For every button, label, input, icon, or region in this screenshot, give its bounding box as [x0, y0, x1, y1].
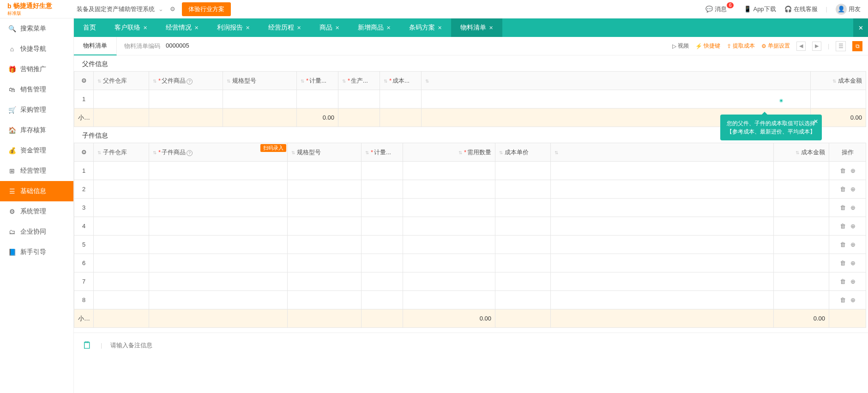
child-cell[interactable] — [403, 199, 495, 217]
delete-row-button[interactable]: 🗑 — [840, 223, 846, 230]
child-cell[interactable] — [403, 180, 495, 199]
child-cell[interactable] — [362, 162, 403, 180]
child-cell[interactable] — [362, 291, 403, 309]
sidebar-item-11[interactable]: 📘新手引导 — [0, 242, 73, 262]
tab-close-icon[interactable]: ✕ — [246, 25, 250, 31]
child-th-1[interactable]: ⇅子件仓库 — [94, 143, 149, 162]
child-cell[interactable] — [149, 291, 288, 309]
subtab-bom[interactable]: 物料清单 — [74, 37, 117, 55]
child-cell[interactable] — [551, 180, 774, 199]
sidebar-item-8[interactable]: ☰基础信息 — [0, 181, 73, 201]
sidebar-item-1[interactable]: ⌂快捷导航 — [0, 39, 73, 59]
child-th-5[interactable]: ⇅需用数量 — [403, 143, 495, 162]
child-cell[interactable] — [495, 236, 551, 254]
child-cell[interactable] — [149, 199, 288, 217]
tab-close-icon[interactable]: ✕ — [335, 25, 339, 31]
messages-link[interactable]: 💬 消息 6 — [705, 5, 736, 13]
child-cell[interactable] — [774, 272, 829, 291]
parent-cell[interactable] — [149, 90, 223, 109]
child-cell[interactable] — [551, 254, 774, 272]
child-cell[interactable] — [403, 254, 495, 272]
list-view-button[interactable]: ☰ — [836, 41, 846, 51]
tab-close-icon[interactable]: ✕ — [489, 25, 493, 31]
scan-entry-badge[interactable]: 扫码录入 — [260, 144, 286, 152]
child-cell[interactable] — [495, 162, 551, 180]
parent-th-7[interactable]: ⇅ — [422, 72, 811, 90]
child-cell[interactable] — [288, 291, 362, 309]
sidebar-item-2[interactable]: 🎁营销推广 — [0, 59, 73, 79]
child-th-2[interactable]: ⇅子件商品?扫码录入 — [149, 143, 288, 162]
sidebar-item-9[interactable]: ⚙系统管理 — [0, 201, 73, 222]
delete-row-button[interactable]: 🗑 — [840, 204, 846, 211]
child-row[interactable]: 4🗑⊕ — [74, 217, 866, 236]
child-cell[interactable] — [551, 199, 774, 217]
parent-cell[interactable] — [811, 90, 866, 109]
tab-2[interactable]: 经营情况✕ — [157, 18, 208, 37]
sidebar-item-7[interactable]: ⊞经营管理 — [0, 161, 73, 181]
close-all-tabs-button[interactable]: ✕ — [853, 18, 868, 37]
tab-8[interactable]: 物料清单✕ — [451, 18, 502, 37]
child-cell[interactable] — [495, 254, 551, 272]
gear-icon[interactable]: ⚙ — [170, 6, 175, 12]
child-th-7[interactable]: ⇅ — [551, 143, 774, 162]
parent-th-4[interactable]: ⇅计量... — [297, 72, 338, 90]
video-link[interactable]: ▷视频 — [672, 42, 689, 50]
child-cell[interactable] — [362, 180, 403, 199]
user-menu[interactable]: 👤 用友 — [836, 4, 861, 15]
child-cell[interactable] — [495, 217, 551, 236]
tab-close-icon[interactable]: ✕ — [143, 25, 147, 31]
delete-row-button[interactable]: 🗑 — [840, 296, 846, 303]
child-cell[interactable] — [362, 199, 403, 217]
child-cell[interactable] — [288, 236, 362, 254]
child-cell[interactable] — [403, 162, 495, 180]
system-selector[interactable]: 装备及固定资产辅助管理系统 ⌄ — [77, 5, 163, 13]
parent-cell[interactable] — [297, 90, 338, 109]
parent-th-1[interactable]: ⇅父件仓库 — [94, 72, 149, 90]
sidebar-item-0[interactable]: 🔍搜索菜单 — [0, 18, 73, 39]
delete-row-button[interactable]: 🗑 — [840, 260, 846, 266]
add-row-button[interactable]: ⊕ — [850, 223, 856, 230]
child-cell[interactable] — [551, 162, 774, 180]
delete-row-button[interactable]: 🗑 — [840, 186, 846, 193]
child-cell[interactable] — [94, 254, 149, 272]
child-cell[interactable] — [94, 180, 149, 199]
child-cell[interactable] — [774, 162, 829, 180]
extract-cost-link[interactable]: ⇪提取成本 — [727, 42, 755, 50]
info-icon[interactable]: ? — [187, 79, 193, 85]
child-cell[interactable] — [94, 272, 149, 291]
parent-row[interactable]: 1 — [74, 90, 866, 109]
detail-view-button[interactable]: ⧉ — [852, 41, 862, 51]
tab-close-icon[interactable]: ✕ — [438, 25, 442, 31]
child-cell[interactable] — [774, 217, 829, 236]
child-cell[interactable] — [551, 291, 774, 309]
app-download-link[interactable]: 📱 App下载 — [744, 5, 776, 13]
child-cell[interactable] — [551, 217, 774, 236]
child-cell[interactable] — [495, 291, 551, 309]
child-th-4[interactable]: ⇅计量... — [362, 143, 403, 162]
sidebar-item-5[interactable]: 🏠库存核算 — [0, 120, 73, 140]
child-cell[interactable] — [149, 254, 288, 272]
tab-5[interactable]: 商品✕ — [310, 18, 349, 37]
child-row[interactable]: 6🗑⊕ — [74, 254, 866, 272]
delete-row-button[interactable]: 🗑 — [840, 241, 846, 248]
tab-close-icon[interactable]: ✕ — [386, 25, 391, 31]
doc-setting-link[interactable]: ⚙单据设置 — [761, 42, 790, 50]
child-cell[interactable] — [149, 162, 288, 180]
hotkey-link[interactable]: ⚡快捷键 — [695, 42, 720, 50]
add-row-button[interactable]: ⊕ — [850, 186, 856, 193]
add-row-button[interactable]: ⊕ — [850, 278, 856, 285]
parent-th-5[interactable]: ⇅生产... — [338, 72, 380, 90]
child-cell[interactable] — [94, 217, 149, 236]
try-solution-button[interactable]: 体验行业方案 — [182, 2, 231, 16]
delete-row-button[interactable]: 🗑 — [840, 278, 846, 285]
delete-row-button[interactable]: 🗑 — [840, 167, 846, 174]
child-row[interactable]: 2🗑⊕ — [74, 180, 866, 199]
tab-1[interactable]: 客户联络✕ — [105, 18, 157, 37]
child-cell[interactable] — [288, 217, 362, 236]
add-row-button[interactable]: ⊕ — [850, 241, 856, 248]
parent-cell[interactable] — [338, 90, 380, 109]
child-row[interactable]: 8🗑⊕ — [74, 291, 866, 309]
child-cell[interactable] — [288, 162, 362, 180]
child-cell[interactable] — [551, 272, 774, 291]
sidebar-item-10[interactable]: 🗂企业协同 — [0, 222, 73, 242]
